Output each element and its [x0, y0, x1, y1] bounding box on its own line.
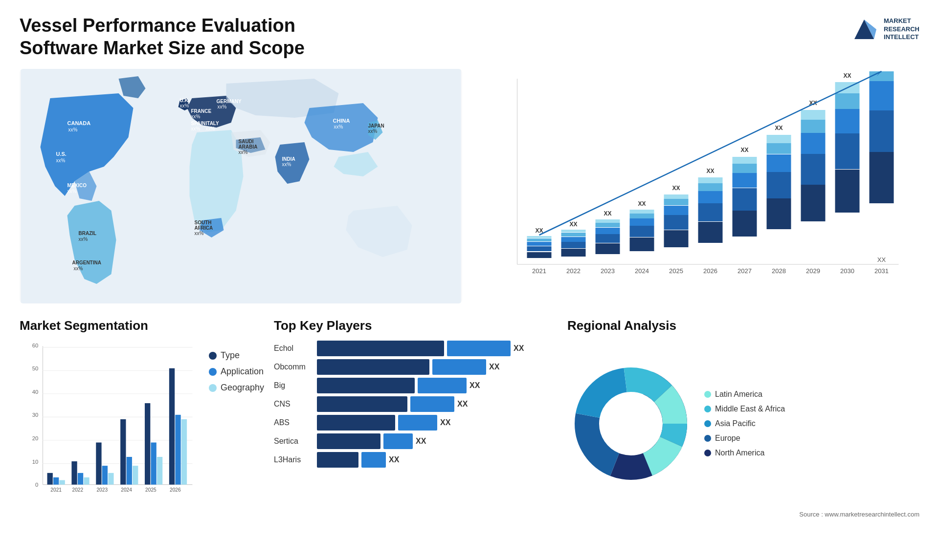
svg-rect-40	[527, 238, 552, 241]
svg-rect-38	[527, 246, 552, 251]
svg-text:xx%: xx%	[67, 189, 77, 194]
regional-title: Regional Analysis	[567, 318, 919, 333]
top-section: CANADA xx% U.S. xx% MEXICO xx% BRAZIL xx…	[20, 69, 919, 303]
svg-text:xx%: xx%	[368, 129, 378, 134]
svg-text:xx%: xx%	[191, 126, 201, 131]
svg-text:xx%: xx%	[180, 103, 189, 108]
legend-europe: Europe	[704, 434, 785, 443]
svg-rect-134	[71, 461, 77, 485]
svg-text:10: 10	[32, 459, 39, 465]
svg-rect-43	[561, 249, 586, 257]
svg-rect-150	[169, 368, 175, 485]
svg-text:xx%: xx%	[79, 237, 88, 242]
player-row: L3Haris XX	[274, 452, 558, 468]
world-map-svg: CANADA xx% U.S. xx% MEXICO xx% BRAZIL xx…	[20, 69, 462, 303]
logo-text: MARKET RESEARCH INTELLECT	[884, 17, 919, 42]
svg-text:2024: 2024	[635, 267, 649, 275]
svg-rect-91	[835, 170, 860, 213]
svg-rect-49	[596, 243, 620, 254]
svg-text:SAUDI: SAUDI	[239, 139, 254, 144]
svg-text:2024: 2024	[121, 488, 132, 493]
svg-text:40: 40	[32, 389, 39, 395]
svg-text:XX: XX	[775, 125, 782, 131]
svg-rect-139	[102, 466, 108, 485]
svg-rect-44	[561, 242, 586, 248]
map-area: CANADA xx% U.S. xx% MEXICO xx% BRAZIL xx…	[20, 69, 462, 303]
page-title: Vessel Performance Evaluation Software M…	[20, 15, 362, 59]
svg-rect-135	[78, 473, 83, 485]
svg-text:2023: 2023	[96, 488, 108, 493]
svg-text:xx%: xx%	[218, 104, 227, 109]
svg-text:xx%: xx%	[68, 127, 78, 132]
svg-rect-69	[698, 191, 723, 203]
svg-text:xx%: xx%	[239, 150, 248, 155]
donut-svg-wrap	[567, 360, 694, 487]
regional-area: Regional Analysis	[567, 318, 919, 523]
svg-text:2023: 2023	[601, 267, 615, 275]
legend-type: Type	[209, 350, 264, 361]
svg-text:20: 20	[32, 435, 39, 441]
svg-text:30: 30	[32, 412, 39, 418]
svg-text:CANADA: CANADA	[67, 120, 91, 126]
svg-text:MEXICO: MEXICO	[67, 183, 87, 188]
donut-legend: Latin America Middle East & Africa Asia …	[704, 390, 785, 457]
svg-rect-80	[767, 172, 791, 198]
svg-rect-52	[596, 223, 620, 227]
svg-rect-97	[870, 152, 894, 203]
svg-rect-83	[767, 135, 791, 143]
svg-text:XX: XX	[672, 185, 680, 192]
svg-text:0: 0	[35, 482, 38, 488]
svg-rect-136	[84, 477, 89, 485]
svg-text:50: 50	[32, 366, 39, 371]
svg-text:AFRICA: AFRICA	[195, 225, 213, 231]
svg-rect-99	[870, 81, 894, 110]
seg-svg-wrap: 0 10 20 30 40 50 60	[20, 341, 199, 507]
svg-text:U.K.: U.K.	[180, 98, 190, 103]
legend-dot-geography	[209, 384, 217, 392]
svg-rect-92	[835, 133, 860, 169]
svg-text:2026: 2026	[703, 267, 717, 275]
svg-rect-79	[767, 198, 791, 229]
svg-rect-152	[181, 419, 187, 485]
svg-rect-98	[870, 110, 894, 152]
legend-asia-pacific: Asia Pacific	[704, 419, 785, 428]
svg-rect-46	[561, 233, 586, 237]
svg-rect-88	[801, 120, 826, 133]
svg-rect-61	[664, 230, 689, 247]
key-players-area: Top Key Players Echol XX Obcomm	[274, 318, 558, 523]
player-row: Echol XX	[274, 341, 558, 356]
svg-text:2025: 2025	[669, 267, 683, 275]
svg-text:XX: XX	[569, 221, 577, 228]
svg-text:xx%: xx%	[191, 114, 201, 119]
svg-text:2022: 2022	[566, 267, 581, 275]
svg-rect-64	[664, 199, 689, 205]
page: Vessel Performance Evaluation Software M…	[0, 0, 939, 560]
svg-rect-57	[630, 218, 654, 226]
svg-rect-51	[596, 228, 620, 234]
svg-text:2027: 2027	[738, 267, 752, 275]
logo-area: MARKET RESEARCH INTELLECT	[850, 15, 919, 44]
svg-rect-50	[596, 234, 620, 243]
svg-text:xx%: xx%	[74, 266, 83, 271]
legend-geography: Geography	[209, 383, 264, 393]
svg-rect-147	[151, 443, 156, 485]
svg-rect-71	[698, 177, 723, 183]
svg-text:xx%: xx%	[282, 162, 291, 167]
svg-text:JAPAN: JAPAN	[368, 123, 384, 129]
svg-rect-81	[767, 154, 791, 172]
players-list: Echol XX Obcomm XX	[274, 341, 558, 468]
svg-text:xx%: xx%	[56, 158, 66, 163]
svg-text:CHINA: CHINA	[333, 118, 350, 124]
svg-rect-87	[801, 133, 826, 154]
svg-text:BRAZIL: BRAZIL	[79, 231, 97, 236]
svg-rect-77	[733, 157, 757, 164]
svg-text:2031: 2031	[874, 267, 889, 275]
svg-rect-82	[767, 143, 791, 154]
player-row: Sertica XX	[274, 433, 558, 449]
svg-point-159	[602, 394, 660, 453]
svg-text:ARGENTINA: ARGENTINA	[72, 260, 101, 265]
logo-icon	[850, 15, 879, 44]
svg-rect-65	[664, 194, 689, 199]
svg-text:ARABIA: ARABIA	[239, 144, 258, 150]
legend-dot-application	[209, 368, 217, 376]
